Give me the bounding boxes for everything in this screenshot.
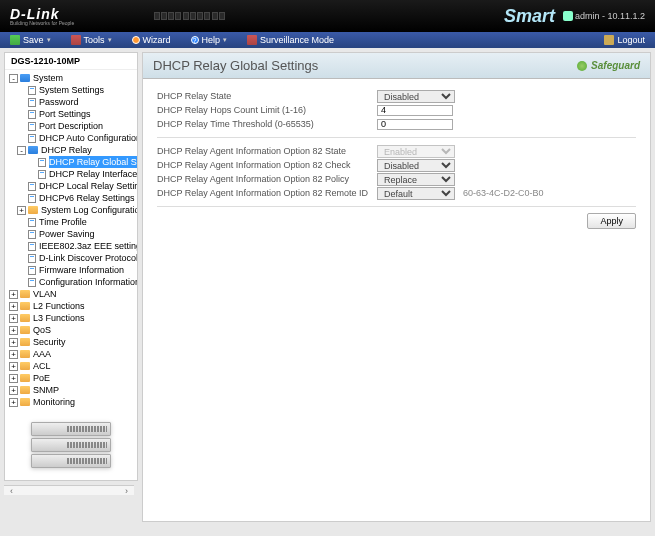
main-toolbar: Save▾ Tools▾ Wizard ?Help▾ Surveillance …: [0, 32, 655, 48]
select-opt82-remote[interactable]: Default: [377, 187, 455, 200]
expand-icon[interactable]: +: [9, 398, 18, 407]
folder-icon: [20, 314, 30, 322]
tree-snmp[interactable]: +SNMP: [7, 384, 135, 396]
folder-icon: [28, 206, 38, 214]
expand-icon[interactable]: +: [9, 326, 18, 335]
page-icon: [28, 122, 36, 131]
folder-icon: [20, 326, 30, 334]
expand-icon[interactable]: +: [9, 362, 18, 371]
tree-port-description[interactable]: Port Description: [7, 120, 135, 132]
scroll-left-icon[interactable]: ‹: [10, 486, 13, 495]
brand-logo: D-Link Building Networks for People: [10, 7, 74, 26]
tools-menu[interactable]: Tools▾: [71, 35, 112, 45]
tree-time-profile[interactable]: Time Profile: [7, 216, 135, 228]
expand-icon[interactable]: +: [9, 314, 18, 323]
folder-icon: [20, 290, 30, 298]
help-menu[interactable]: ?Help▾: [191, 35, 228, 45]
tree-vlan[interactable]: +VLAN: [7, 288, 135, 300]
page-icon: [28, 194, 36, 203]
remote-id-value: 60-63-4C-D2-C0-B0: [463, 188, 544, 198]
expand-icon[interactable]: +: [9, 302, 18, 311]
page-title: DHCP Relay Global Settings: [153, 58, 318, 73]
collapse-icon[interactable]: -: [17, 146, 26, 155]
tree-l3[interactable]: +L3 Functions: [7, 312, 135, 324]
tree-dhcp-auto[interactable]: DHCP Auto Configuration: [7, 132, 135, 144]
apply-button[interactable]: Apply: [587, 213, 636, 229]
tree-ieee-eee[interactable]: IEEE802.3az EEE settings: [7, 240, 135, 252]
tree-poe[interactable]: +PoE: [7, 372, 135, 384]
expand-icon[interactable]: +: [9, 374, 18, 383]
input-time-threshold[interactable]: [377, 119, 453, 130]
tree-config-info[interactable]: Configuration Information: [7, 276, 135, 288]
chevron-down-icon: ▾: [223, 36, 227, 44]
app-header: D-Link Building Networks for People Smar…: [0, 0, 655, 32]
tree-system[interactable]: -System: [7, 72, 135, 84]
expand-icon[interactable]: +: [17, 206, 26, 215]
tree-power-saving[interactable]: Power Saving: [7, 228, 135, 240]
tree-l2[interactable]: +L2 Functions: [7, 300, 135, 312]
logout-button[interactable]: Logout: [604, 35, 645, 45]
port-graphic: [154, 12, 225, 20]
sidebar-scroll: ‹ ›: [4, 485, 134, 495]
tree-password[interactable]: Password: [7, 96, 135, 108]
expand-icon[interactable]: +: [9, 350, 18, 359]
nav-tree: -System System Settings Password Port Se…: [5, 70, 137, 410]
tree-port-settings[interactable]: Port Settings: [7, 108, 135, 120]
page-icon: [28, 266, 36, 275]
select-relay-state[interactable]: Disabled: [377, 90, 455, 103]
admin-info: admin - 10.11.1.2: [563, 11, 645, 22]
tree-firmware[interactable]: Firmware Information: [7, 264, 135, 276]
tree-monitoring[interactable]: +Monitoring: [7, 396, 135, 408]
save-label: Save: [23, 35, 44, 45]
tree-dhcp-relay-iface[interactable]: DHCP Relay Interface Sett: [7, 168, 135, 180]
page-icon: [28, 98, 36, 107]
help-label: Help: [202, 35, 221, 45]
scroll-right-icon[interactable]: ›: [125, 486, 128, 495]
select-opt82-policy[interactable]: Replace: [377, 173, 455, 186]
expand-icon[interactable]: +: [9, 290, 18, 299]
wizard-label: Wizard: [143, 35, 171, 45]
logo-tagline: Building Networks for People: [10, 21, 74, 26]
surveillance-button[interactable]: Surveillance Mode: [247, 35, 334, 45]
expand-icon[interactable]: +: [9, 386, 18, 395]
page-icon: [28, 218, 36, 227]
label-opt82-policy: DHCP Relay Agent Information Option 82 P…: [157, 174, 377, 184]
surveillance-label: Surveillance Mode: [260, 35, 334, 45]
tree-dhcp-relay-global[interactable]: DHCP Relay Global Settings: [7, 156, 135, 168]
tree-dhcpv6-relay[interactable]: DHCPv6 Relay Settings: [7, 192, 135, 204]
tree-qos[interactable]: +QoS: [7, 324, 135, 336]
expand-icon[interactable]: +: [9, 338, 18, 347]
label-hops: DHCP Relay Hops Count Limit (1-16): [157, 105, 377, 115]
folder-icon: [20, 362, 30, 370]
tree-dhcp-relay[interactable]: -DHCP Relay: [7, 144, 135, 156]
chevron-down-icon: ▾: [108, 36, 112, 44]
folder-icon: [20, 350, 30, 358]
folder-icon: [20, 398, 30, 406]
tree-dhcp-local-relay[interactable]: DHCP Local Relay Settings: [7, 180, 135, 192]
nav-sidebar: DGS-1210-10MP -System System Settings Pa…: [4, 52, 138, 481]
label-relay-state: DHCP Relay State: [157, 91, 377, 101]
tree-syslog[interactable]: +System Log Configuration: [7, 204, 135, 216]
content-panel: DHCP Relay Global Settings Safeguard DHC…: [142, 52, 651, 522]
tree-dlink-discover[interactable]: D-Link Discover Protocol: [7, 252, 135, 264]
tools-label: Tools: [84, 35, 105, 45]
label-time-threshold: DHCP Relay Time Threshold (0-65535): [157, 119, 377, 129]
device-image: [5, 410, 137, 480]
safeguard-label: Safeguard: [591, 60, 640, 71]
tree-aaa[interactable]: +AAA: [7, 348, 135, 360]
page-icon: [28, 254, 36, 263]
page-header: DHCP Relay Global Settings Safeguard: [143, 53, 650, 79]
tree-system-settings[interactable]: System Settings: [7, 84, 135, 96]
input-hops[interactable]: [377, 105, 453, 116]
wizard-button[interactable]: Wizard: [132, 35, 171, 45]
folder-icon: [20, 338, 30, 346]
tree-acl[interactable]: +ACL: [7, 360, 135, 372]
admin-text: admin - 10.11.1.2: [575, 11, 645, 21]
safeguard-badge: Safeguard: [577, 60, 640, 71]
tree-security[interactable]: +Security: [7, 336, 135, 348]
select-opt82-check[interactable]: Disabled: [377, 159, 455, 172]
settings-form: DHCP Relay State Disabled DHCP Relay Hop…: [143, 79, 650, 239]
collapse-icon[interactable]: -: [9, 74, 18, 83]
safeguard-icon: [577, 61, 587, 71]
save-menu[interactable]: Save▾: [10, 35, 51, 45]
